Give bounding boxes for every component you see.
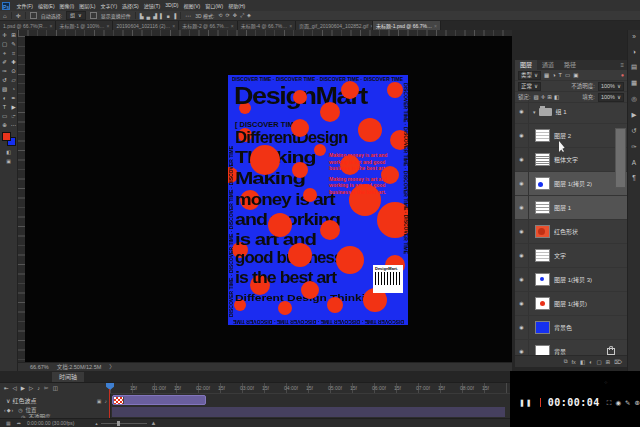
delete-layer-icon[interactable]: ⌦ [614, 359, 622, 365]
layer-row-1[interactable]: ◉▾组 1 [515, 100, 627, 124]
layer-row-7[interactable]: ◉文字 [515, 244, 627, 268]
doc-tab-3[interactable]: 20190604_102116 (2)…× [113, 21, 179, 30]
mode-icon-4[interactable]: ⤢ [240, 12, 244, 19]
visibility-eye-icon[interactable]: ◉ [515, 172, 529, 195]
visibility-eye-icon[interactable]: ◉ [515, 148, 529, 171]
track-icon-2[interactable]: ♪ [105, 398, 108, 404]
menu-item-6[interactable]: 选择(S) [120, 2, 142, 9]
align-icon-2[interactable]: ▄ [147, 13, 151, 19]
align-icon-6[interactable]: ▐ [173, 13, 177, 19]
recorder-edit-icon[interactable]: ✎ [625, 399, 630, 407]
layer-row-4[interactable]: ◉图层 1(拷贝 2) [515, 172, 627, 196]
menu-item-5[interactable]: 文字(Y) [98, 2, 120, 9]
visibility-eye-icon[interactable]: ◉ [515, 124, 529, 147]
history-panel-icon[interactable]: ↺ [631, 127, 636, 135]
pause-button[interactable]: ❚❚ [519, 399, 533, 407]
character-panel-icon[interactable]: A [632, 159, 636, 166]
mode-icon-5[interactable]: ◈ [247, 12, 251, 19]
timeline-track-label-row[interactable]: ∨ 红色波点 ▣♪ [6, 396, 107, 405]
timeline-ruler[interactable]: 15f01:00f15f02:00f15f03:00f15f04:00f15f0… [110, 383, 510, 394]
brush-settings-panel-icon[interactable]: ✑ [631, 143, 636, 151]
audio-toggle-button[interactable]: ♪ [37, 385, 40, 391]
swatches-panel-icon[interactable]: ▤ [631, 63, 637, 71]
menu-item-1[interactable]: 文件(F) [14, 2, 35, 9]
lasso-tool-icon[interactable]: ✎ [9, 41, 18, 48]
mode-icon-1[interactable]: ⟲ [218, 12, 222, 19]
blur-tool-icon[interactable]: ◔ [9, 86, 18, 93]
home-icon[interactable]: ⌂ [3, 13, 7, 19]
filter-icon-2[interactable]: ◑ [552, 72, 555, 78]
menu-item-9[interactable]: 视图(V) [181, 2, 203, 9]
menu-item-7[interactable]: 滤镜(T) [141, 2, 162, 9]
recorder-camera-icon[interactable]: ◉ [615, 399, 621, 407]
layer-style-icon[interactable]: fx [572, 359, 576, 365]
tab-close-icon[interactable]: × [107, 23, 110, 29]
zoom-in-mountain-icon[interactable]: ▲ [150, 420, 156, 426]
menu-item-4[interactable]: 图层(L) [77, 2, 98, 9]
layer-row-2[interactable]: ◉图层 2 [515, 124, 627, 148]
recorder-zoom-icon[interactable]: ⊕ [635, 399, 640, 407]
doc-tab-1[interactable]: 1.psd @ 66.7%(R…× [0, 21, 56, 30]
zoom-level[interactable]: 66.67% [30, 364, 49, 370]
actions-panel-icon[interactable]: ▶ [632, 111, 637, 119]
filter-toggle-icon[interactable]: ● [621, 72, 624, 78]
screen-mode-icon[interactable]: ▣ [0, 158, 17, 164]
align-icon-1[interactable]: ▙ [140, 13, 144, 19]
align-icon-4[interactable]: ▌ [160, 13, 164, 19]
visibility-eye-icon[interactable]: ◉ [515, 220, 529, 243]
pen-tool-icon[interactable]: ✒ [9, 95, 18, 102]
layers-panel-tab-2[interactable]: 通道 [537, 60, 559, 70]
layer-row-5[interactable]: ◉图层 1 [515, 196, 627, 220]
auto-select-dropdown[interactable]: 组∨ [66, 11, 86, 20]
healing-brush-tool-icon[interactable]: ✚ [9, 59, 18, 66]
layer-row-10[interactable]: ◉背景色 [515, 316, 627, 340]
tab-close-icon[interactable]: × [434, 23, 437, 29]
doc-tab-2[interactable]: 未标题-1 @ 100%…× [56, 21, 113, 30]
move-tool-icon[interactable]: ✛ [0, 32, 9, 39]
filter-kind-dropdown[interactable]: 类型∨ [518, 71, 541, 80]
eraser-tool-icon[interactable]: ▱ [9, 77, 18, 84]
opacity-dropdown[interactable]: 100%∨ [598, 82, 624, 91]
visibility-eye-icon[interactable]: ◉ [515, 292, 529, 315]
mode-icon-2[interactable]: ⟳ [226, 12, 230, 19]
layer-mask-icon[interactable]: ◧ [580, 359, 585, 365]
layer-row-3[interactable]: ◉粗体文字 [515, 148, 627, 172]
transition-button[interactable]: ◫ [53, 385, 58, 391]
dodge-tool-icon[interactable]: ◐ [0, 95, 9, 102]
next-frame-button[interactable]: ▷ [29, 385, 33, 391]
split-clip-button[interactable]: ✂ [44, 385, 49, 391]
keyframe-nav-icons[interactable]: ‹◆› [4, 407, 14, 413]
canvas-area[interactable]: DISCOVER TIME · DISCOVER TIME · DISCOVER… [25, 36, 512, 362]
tab-close-icon[interactable]: × [50, 23, 53, 29]
layers-panel-tab-1[interactable]: 图层 [515, 60, 537, 70]
zoom-slider-thumb[interactable] [117, 421, 120, 426]
menu-item-11[interactable]: 帮助(H) [226, 2, 248, 9]
filter-icon-5[interactable]: ▣ [573, 72, 578, 78]
timeline-clip[interactable] [112, 395, 206, 405]
edit-toolbar-icon[interactable]: ⋯ [9, 122, 18, 129]
timeline-tab[interactable]: 时间轴 [52, 372, 84, 382]
color-panel-icon[interactable]: ◑ [632, 48, 636, 55]
blend-mode-dropdown[interactable]: 正常∨ [518, 82, 541, 91]
libraries-panel-icon[interactable]: ▦ [631, 79, 637, 87]
render-video-icon[interactable]: ➦ [17, 420, 21, 426]
history-brush-tool-icon[interactable]: ↺ [0, 77, 9, 84]
align-icon-3[interactable]: ▟ [153, 13, 157, 19]
track-disclosure-icon[interactable]: ∨ [6, 397, 10, 404]
new-layer-icon[interactable]: ⊞ [606, 359, 611, 365]
recorder-fullscreen-icon[interactable]: ⛶ [607, 399, 612, 407]
filter-icon-4[interactable]: ▭ [565, 72, 570, 78]
stop-record-button[interactable] [540, 398, 541, 407]
show-transform-checkbox[interactable] [90, 12, 97, 19]
eyedropper-tool-icon[interactable]: ✐ [0, 59, 9, 66]
doc-tab-6[interactable]: 页面_gif_20190604_102852.gif× [296, 21, 373, 30]
track-icon-1[interactable]: ▣ [97, 398, 102, 404]
path-select-tool-icon[interactable]: ▶ [9, 104, 18, 111]
crop-tool-icon[interactable]: ⌗ [9, 50, 18, 57]
status-chevron-icon[interactable]: 〉 [109, 363, 115, 371]
filter-icon-1[interactable]: ▦ [544, 72, 549, 78]
doc-tab-7[interactable]: 未标题-1.psd @ 66.7%…× [373, 21, 441, 30]
doc-tab-4[interactable]: 未标题-2 @ 66.7%…× [179, 21, 237, 30]
adjustment-layer-icon[interactable]: ◐ [589, 359, 592, 365]
type-tool-icon[interactable]: T [0, 104, 9, 111]
